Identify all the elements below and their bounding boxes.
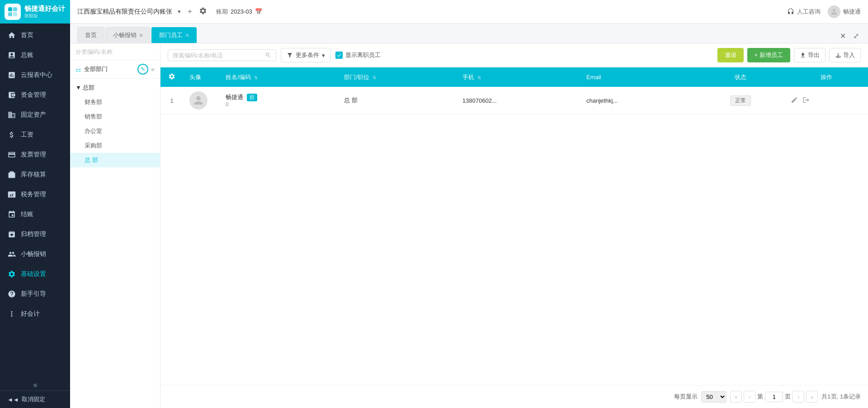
export-button[interactable]: 导出 (794, 48, 826, 62)
emp-email: chanjethkj... (586, 97, 618, 104)
prev-page-button[interactable]: ‹ (744, 391, 755, 403)
dept-header-actions: ✎ « (137, 64, 155, 75)
employee-search-input[interactable] (173, 52, 262, 59)
page-input[interactable] (765, 392, 783, 402)
all-dept-text: 全部部门 (84, 65, 108, 73)
filter-chevron-icon: ▾ (322, 52, 325, 59)
svg-rect-1 (13, 7, 17, 11)
sidebar-item-general-ledger[interactable]: 总账 (0, 45, 70, 65)
col-settings[interactable] (160, 67, 183, 87)
sidebar-item-tax[interactable]: 税务管理 (0, 185, 70, 204)
archive-icon (7, 230, 16, 239)
sidebar-item-settings[interactable]: 基础设置 (0, 264, 70, 284)
tab-expense[interactable]: 小畅报销 × (105, 27, 151, 43)
sidebar-logo: 畅捷通好会计 旗舰版 (0, 0, 70, 24)
calendar-icon[interactable]: 📅 (255, 8, 262, 15)
dept-node-sales[interactable]: 销售部 (70, 109, 160, 124)
svg-rect-3 (13, 12, 17, 16)
dept-search-input[interactable] (75, 48, 151, 55)
show-resigned-checkbox[interactable] (335, 52, 343, 59)
col-phone[interactable]: 手机 ⇅ (456, 67, 580, 87)
wallet-icon (7, 90, 16, 100)
page-size-label: 每页显示 (674, 393, 698, 401)
sidebar-label-invoice: 发票管理 (21, 151, 46, 159)
tab-expand-button[interactable]: ⤢ (851, 31, 861, 41)
tab-close-button[interactable]: ✕ (838, 31, 848, 41)
svg-rect-2 (8, 12, 12, 16)
dept-node-office[interactable]: 办公室 (70, 124, 160, 138)
company-name: 江西服宝精品有限责任公司内账张 (77, 8, 172, 16)
grid-icon: ⚏ (75, 66, 81, 73)
page-di-label: 第 (757, 393, 763, 401)
sidebar-label-assets: 固定资产 (21, 111, 46, 119)
logo-title: 畅捷通好会计 (24, 5, 65, 13)
sidebar-item-reports[interactable]: 云报表中心 (0, 65, 70, 85)
add-employee-button[interactable]: + 新增员工 (747, 48, 790, 62)
filter-icon (287, 52, 293, 58)
logo-sub: 旗舰版 (24, 13, 65, 19)
dept-tree: ▼ 总部 财务部 销售部 办公室 采购部 总 部 (70, 79, 160, 408)
import-button[interactable]: 导入 (829, 48, 861, 62)
user-menu[interactable]: 畅捷通 (828, 5, 861, 18)
sidebar-item-archive[interactable]: 归档管理 (0, 224, 70, 244)
last-page-button[interactable]: » (806, 391, 818, 403)
collapse-button[interactable]: « (151, 66, 155, 73)
left-arrow-icon: ◄◄ (7, 396, 19, 403)
dept-badge: 部 (247, 94, 257, 101)
department-panel: ⚏ 全部部门 ✎ « ▼ 总部 财务部 销售部 办公室 采购部 总 部 (70, 43, 160, 408)
cancel-fixed-label: 取消固定 (22, 395, 45, 403)
sidebar-item-xiaochang[interactable]: 小畅报销 (0, 244, 70, 264)
support-button[interactable]: 人工咨询 (787, 8, 821, 16)
page-size-select[interactable]: 50 10 20 100 (701, 391, 726, 403)
col-dept[interactable]: 部门/职位 ⇅ (338, 67, 456, 87)
dept-node-hq-parent[interactable]: ▼ 总部 (70, 81, 160, 95)
tab-expense-close[interactable]: × (139, 32, 143, 39)
box-icon (7, 170, 16, 179)
topbar-settings-icon[interactable] (199, 7, 207, 16)
next-page-button[interactable]: › (793, 391, 804, 403)
svg-rect-0 (8, 7, 12, 11)
filter-label: 更多条件 (296, 51, 319, 59)
dept-triangle-icon: ▼ (75, 84, 83, 91)
tab-expense-label: 小畅报销 (113, 31, 137, 39)
export-icon (800, 52, 806, 58)
sidebar-item-guide[interactable]: 新手引导 (0, 284, 70, 304)
tab-home[interactable]: 首页 (77, 27, 104, 43)
sidebar-item-more[interactable]: 好会计 (0, 304, 70, 324)
col-actions: 操作 (784, 67, 868, 87)
dept-node-general[interactable]: 总 部 (70, 153, 160, 167)
page-nav: « ‹ 第 页 › » (730, 391, 818, 403)
chart-icon (7, 71, 16, 80)
invite-button[interactable]: 邀请 (717, 48, 744, 62)
first-page-button[interactable]: « (730, 391, 742, 403)
tab-employees[interactable]: 部门员工 × (151, 27, 197, 43)
sidebar-item-invoice[interactable]: 发票管理 (0, 145, 70, 165)
sort-arrows-phone: ⇅ (477, 75, 481, 80)
sidebar-item-inventory[interactable]: 库存核算 (0, 165, 70, 185)
show-resigned-wrapper[interactable]: 显示离职员工 (335, 51, 381, 59)
logo-icon (5, 4, 21, 20)
sidebar-item-assets[interactable]: 固定资产 (0, 105, 70, 125)
col-name[interactable]: 姓名/编码 ⇅ (219, 67, 338, 87)
sidebar-item-salary[interactable]: 工资 (0, 125, 70, 145)
emp-name: 畅捷通 (226, 93, 243, 101)
cancel-fixed-button[interactable]: ◄◄ 取消固定 (0, 390, 70, 408)
pagination: 每页显示 50 10 20 100 « ‹ 第 (160, 385, 868, 408)
company-dropdown[interactable]: ▾ (178, 8, 181, 15)
dept-edit-button[interactable]: ✎ (137, 64, 148, 75)
sidebar-item-capital[interactable]: 资金管理 (0, 85, 70, 105)
dept-node-purchase[interactable]: 采购部 (70, 138, 160, 153)
tab-employees-close[interactable]: × (185, 32, 189, 39)
tab-home-label: 首页 (85, 31, 97, 39)
more-filter-button[interactable]: 更多条件 ▾ (281, 48, 331, 62)
settings-icon (7, 270, 16, 279)
edit-employee-button[interactable] (791, 96, 798, 105)
sidebar-item-home[interactable]: 首页 (0, 25, 70, 45)
add-company-button[interactable]: ＋ (186, 7, 193, 16)
dept-node-finance[interactable]: 财务部 (70, 95, 160, 109)
period-value: 2023-03 (231, 8, 252, 15)
col-email: Email (580, 67, 696, 87)
sidebar-item-checkout[interactable]: 结账 (0, 204, 70, 224)
export-label: 导出 (808, 51, 820, 59)
logout-employee-button[interactable] (802, 96, 810, 105)
